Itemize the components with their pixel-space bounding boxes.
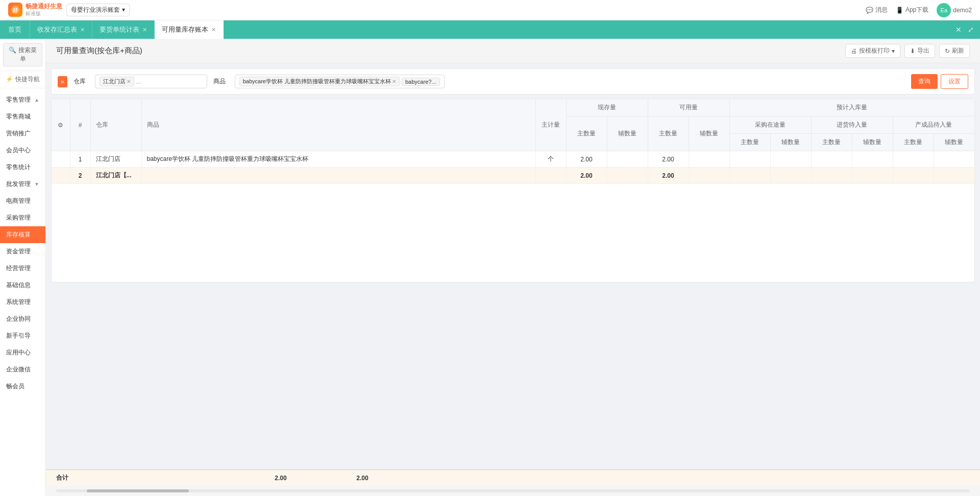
company-selector[interactable]: 母婴行业演示账套 ▾ <box>66 4 130 16</box>
sidebar-item-new-guide[interactable]: 新手引导 <box>0 327 45 344</box>
print-icon: 🖨 <box>851 48 857 55</box>
sidebar-item-finance[interactable]: 资金管理 <box>0 243 45 260</box>
app-download-btn[interactable]: 📱 App下载 <box>896 6 928 14</box>
logo-sub: 标准版 <box>26 10 62 17</box>
footer-summary: 合计 2.00 2.00 <box>46 469 980 486</box>
message-icon: 💬 <box>866 7 873 14</box>
th-prod-main: 主数量 <box>893 134 934 151</box>
sidebar-search-area: 🔍 搜索菜单 <box>0 39 45 71</box>
print-template-btn[interactable]: 🖨 按模板打印 ▾ <box>845 44 900 58</box>
cell-inv-sub-1 <box>607 151 648 168</box>
tab-yaohuo[interactable]: 要货单统计表 ✕ <box>92 20 155 39</box>
tab-close-yaohuo[interactable]: ✕ <box>142 27 147 33</box>
logo-icon: 好 <box>8 3 22 17</box>
tab-close-keyongliang[interactable]: ✕ <box>211 27 216 33</box>
product-input[interactable]: babycare学饮杯 儿童防摔防撞吸管杯重力球吸嘴杯宝宝水杯 ✕ babyca… <box>235 75 445 88</box>
sidebar-item-app-center[interactable]: 应用中心 <box>0 344 45 361</box>
query-btn[interactable]: 查询 <box>911 74 938 89</box>
cell-avail-main-1: 2.00 <box>648 151 689 168</box>
user-avatar[interactable]: Ea demo2 <box>937 3 972 17</box>
warehouse-tag-close[interactable]: ✕ <box>127 79 131 84</box>
th-inventory-group: 现存量 <box>566 99 648 116</box>
product-label: 商品 <box>213 77 229 86</box>
data-table: ⚙ # 仓库 商品 主计量 现存量 可用量 预计入库量 主数量 辅数量 主数量 <box>52 99 974 184</box>
product-tag-1-close[interactable]: ✕ <box>392 79 396 84</box>
svg-text:好: 好 <box>12 7 18 13</box>
tab-close-shoufayehui[interactable]: ✕ <box>80 27 85 33</box>
filter-actions: 查询 设置 <box>911 74 968 89</box>
sidebar-item-marketing[interactable]: 营销推广 <box>0 125 45 142</box>
cell-avail-sub-2 <box>689 168 729 184</box>
sidebar-item-ecommerce[interactable]: 电商管理 <box>0 193 45 209</box>
cell-no-1: 1 <box>70 151 90 168</box>
filter-section: » 仓库 江北门店 ✕ ... 商品 babycare学饮杯 儿童防摔防撞吸管杯… <box>51 68 975 95</box>
th-inv-main: 主数量 <box>566 116 607 151</box>
sidebar-item-purchase[interactable]: 采购管理 <box>0 209 45 226</box>
sidebar-item-basic-info[interactable]: 基础信息 <box>0 277 45 294</box>
warehouse-more[interactable]: ... <box>136 78 141 85</box>
fullscreen-icon[interactable]: ⤢ <box>966 23 976 36</box>
cell-avail-main-2: 2.00 <box>648 168 689 184</box>
top-bar-right: 💬 消息 📱 App下载 Ea demo2 <box>866 3 972 17</box>
th-forecast-group: 预计入库量 <box>729 99 974 116</box>
export-btn[interactable]: ⬇ 导出 <box>904 44 935 58</box>
cell-avail-sub-1 <box>689 151 729 168</box>
cell-unit-1: 个 <box>535 151 566 168</box>
refresh-btn[interactable]: ↻ 刷新 <box>939 44 970 58</box>
sidebar-item-member[interactable]: 会员中心 <box>0 142 45 159</box>
cell-pur-sub-1 <box>770 151 811 168</box>
cell-prod-main-1 <box>893 151 934 168</box>
sidebar-item-enterprise-collab[interactable]: 企业协同 <box>0 311 45 327</box>
cell-prod-main-2 <box>893 168 934 184</box>
th-in-sub: 辅数量 <box>852 134 893 151</box>
message-btn[interactable]: 💬 消息 <box>866 6 888 14</box>
sidebar: 🔍 搜索菜单 ⚡ 快捷导航 零售管理 ▲ 零售商城 营销推广 会员中心 零售统计… <box>0 39 46 496</box>
product-tag-2: babycare?... <box>402 78 440 86</box>
sidebar-item-system[interactable]: 系统管理 <box>0 294 45 311</box>
tab-keyongliang[interactable]: 可用量库存账本 ✕ <box>155 20 224 39</box>
warehouse-input[interactable]: 江北门店 ✕ ... <box>95 75 207 88</box>
tab-shoufayehui[interactable]: 收发存汇总表 ✕ <box>30 20 92 39</box>
cell-in-sub-1 <box>852 151 893 168</box>
warehouse-tag: 江北门店 ✕ <box>100 77 134 86</box>
gear-icon[interactable]: ⚙ <box>58 122 63 129</box>
dropdown-icon: ▾ <box>892 48 895 55</box>
arrow-icon: ▼ <box>34 181 39 187</box>
cell-prod-sub-2 <box>934 168 974 184</box>
settings-btn[interactable]: 设置 <box>941 74 968 89</box>
top-bar: 好 畅捷通好生意 标准版 母婴行业演示账套 ▾ 💬 消息 📱 App下载 Ea … <box>0 0 980 20</box>
sidebar-item-zero-stats[interactable]: 零售统计 <box>0 159 45 176</box>
page-actions: 🖨 按模板打印 ▾ ⬇ 导出 ↻ 刷新 <box>845 44 970 58</box>
warehouse-label: 仓库 <box>74 77 89 86</box>
th-avail-main: 主数量 <box>648 116 689 151</box>
cell-gear <box>52 151 70 168</box>
dropdown-icon: ▾ <box>122 6 125 13</box>
scroll-track[interactable] <box>56 489 970 492</box>
sidebar-item-enterprise-wechat[interactable]: 企业微信 <box>0 361 45 378</box>
sidebar-item-vip[interactable]: 畅会员 <box>0 378 45 395</box>
th-gear: ⚙ <box>52 99 70 151</box>
th-inv-sub: 辅数量 <box>607 116 648 151</box>
search-menu-btn[interactable]: 🔍 搜索菜单 <box>3 43 42 66</box>
main-layout: 🔍 搜索菜单 ⚡ 快捷导航 零售管理 ▲ 零售商城 营销推广 会员中心 零售统计… <box>0 39 980 496</box>
company-name: 母婴行业演示账套 <box>71 6 120 14</box>
page-header: 可用量查询(按仓库+商品) 🖨 按模板打印 ▾ ⬇ 导出 ↻ 刷新 <box>46 39 980 63</box>
cell-inv-main-2: 2.00 <box>566 168 607 184</box>
filter-expand-btn[interactable]: » <box>58 76 67 87</box>
cell-inv-sub-2 <box>607 168 648 184</box>
sidebar-item-batch-mgmt[interactable]: 批发管理 ▼ <box>0 176 45 193</box>
sidebar-item-operations[interactable]: 经营管理 <box>0 260 45 277</box>
sidebar-item-zero-mall[interactable]: 零售商城 <box>0 108 45 125</box>
cell-product-1: babycare学饮杯 儿童防摔防撞吸管杯重力球吸嘴杯宝宝水杯 <box>141 151 535 168</box>
close-all-tabs-icon[interactable]: ✕ <box>953 23 964 36</box>
tab-home[interactable]: 首页 <box>0 20 30 39</box>
sidebar-item-zero-sales[interactable]: 零售管理 ▲ <box>0 91 45 108</box>
refresh-icon: ↻ <box>945 48 950 55</box>
quick-nav-btn[interactable]: ⚡ 快捷导航 <box>0 71 45 88</box>
logo-area: 好 畅捷通好生意 标准版 <box>8 3 62 17</box>
app-icon: 📱 <box>896 7 903 14</box>
sidebar-item-inventory[interactable]: 库存核算 <box>0 226 45 243</box>
avatar: Ea <box>937 3 951 17</box>
scroll-thumb[interactable] <box>87 489 189 492</box>
top-bar-left: 好 畅捷通好生意 标准版 母婴行业演示账套 ▾ <box>8 3 130 17</box>
